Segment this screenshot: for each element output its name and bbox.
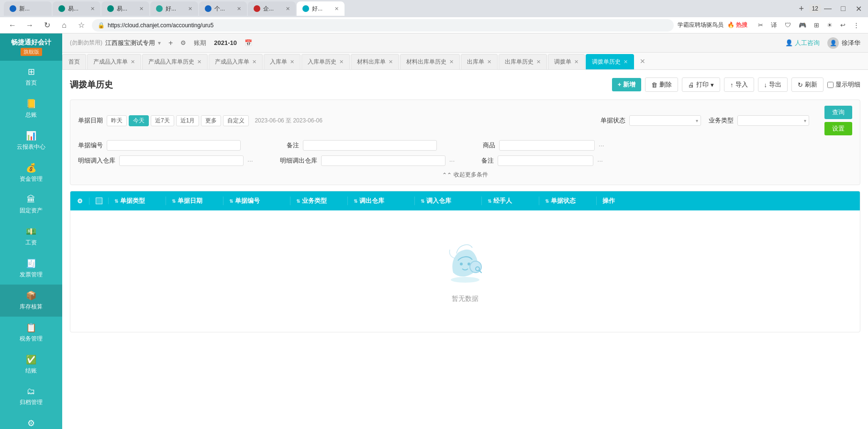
detail-in-input[interactable]	[119, 155, 244, 166]
undo-icon[interactable]: ↩	[837, 20, 848, 31]
sidebar-item-wage[interactable]: 💵 工资	[0, 220, 62, 253]
tab-count[interactable]: 12	[809, 4, 821, 13]
sidebar-item-fund[interactable]: 💰 资金管理	[0, 157, 62, 189]
doc-num-input[interactable]	[107, 140, 241, 151]
import-button[interactable]: ↑ 导入	[724, 77, 754, 92]
tab-close-icon[interactable]: ✕	[449, 59, 454, 65]
browser-tab-tab7[interactable]: 好... ✕	[297, 1, 345, 16]
new-tab-button[interactable]: +	[795, 2, 808, 15]
date-btn-昨天[interactable]: 昨天	[107, 115, 127, 126]
browser-tab-tab4[interactable]: 好... ✕	[150, 1, 198, 16]
th-out[interactable]: ⇅ 调出仓库	[348, 197, 415, 205]
th-status[interactable]: ⇅ 单据状态	[539, 197, 597, 205]
page-tab-入库单历史[interactable]: 入库单历史 ✕	[301, 54, 350, 69]
th-date[interactable]: ⇅ 单据日期	[166, 197, 223, 205]
th-settings[interactable]: ⚙	[70, 198, 89, 205]
calendar-icon[interactable]: 📅	[245, 39, 252, 46]
status-select[interactable]: 草稿 已提交 已审核	[629, 115, 701, 126]
sidebar-item-basic[interactable]: ⚙ 基础设置	[0, 412, 62, 429]
biz-type-select[interactable]: 类型1	[737, 115, 809, 126]
browser-tab-tab6[interactable]: 企... ✕	[248, 1, 296, 16]
page-tab-产成品入库单历史[interactable]: 产成品入库单历史 ✕	[142, 54, 208, 69]
sidebar-item-asset[interactable]: 🏛 固定资产	[0, 189, 62, 220]
date-btn-近1月[interactable]: 近1月	[176, 115, 200, 126]
tab-close-icon[interactable]: ✕	[290, 59, 294, 65]
game-icon[interactable]: 🎮	[796, 20, 809, 31]
sidebar-item-invoice[interactable]: 🧾 发票管理	[0, 253, 62, 285]
date-btn-自定义[interactable]: 自定义	[223, 115, 249, 126]
star-button[interactable]: ☆	[75, 19, 88, 32]
tab-bar-close-button[interactable]: ✕	[637, 55, 648, 67]
service-button[interactable]: 👤 人工咨询	[785, 39, 820, 47]
url-bar[interactable]: 🔒 https://cloud.chanjet.com/accounting/u…	[92, 19, 674, 32]
page-tab-出库单历史[interactable]: 出库单历史 ✕	[499, 54, 547, 69]
export-button[interactable]: ↓ 导出	[758, 77, 788, 92]
select-all-checkbox[interactable]	[96, 198, 102, 204]
menu-icon[interactable]: ⋮	[850, 20, 862, 31]
user-info[interactable]: 👤 徐泽华	[827, 37, 860, 49]
tab-close-icon[interactable]: ✕	[389, 59, 393, 65]
new-button[interactable]: + 新增	[612, 78, 641, 91]
sidebar-item-home[interactable]: ⊞ 首页	[0, 61, 62, 93]
goods-input[interactable]	[499, 140, 595, 151]
th-checkbox[interactable]	[89, 198, 109, 204]
sidebar-item-tax[interactable]: 📋 税务管理	[0, 317, 62, 349]
page-tab-产成品入库单[interactable]: 产成品入库单 ✕	[209, 54, 263, 69]
tab-close-icon[interactable]: ✕	[339, 59, 344, 65]
home-button[interactable]: ⌂	[57, 19, 71, 32]
scissors-icon[interactable]: ✂	[755, 20, 766, 31]
print-button[interactable]: 🖨 打印 ▾	[682, 77, 720, 92]
company-selector[interactable]: (勿删勿禁用) 江西服宝测试专用 ▾	[70, 39, 161, 47]
browser-tab-tab5[interactable]: 个... ✕	[199, 1, 247, 16]
tab-close-icon[interactable]: ✕	[252, 59, 256, 65]
translate-icon[interactable]: 译	[768, 19, 780, 32]
minimize-button[interactable]: —	[822, 3, 834, 14]
sidebar-item-report[interactable]: 📊 云报表中心	[0, 125, 62, 157]
sidebar-item-inventory[interactable]: 📦 库存核算	[0, 285, 62, 317]
sidebar-item-ledger[interactable]: 📒 总账	[0, 93, 62, 125]
display-toggle[interactable]: 显示明细	[827, 80, 860, 89]
th-biz[interactable]: ⇅ 业务类型	[290, 197, 348, 205]
back-button[interactable]: ←	[6, 19, 19, 32]
page-tab-材料出库单历史[interactable]: 材料出库单历史 ✕	[400, 54, 460, 69]
query-button[interactable]: 查询	[824, 106, 852, 119]
page-tab-调拨单[interactable]: 调拨单 ✕	[548, 54, 585, 69]
maximize-button[interactable]: □	[837, 3, 849, 14]
refresh-button[interactable]: ↻	[40, 19, 54, 32]
detail-in-more-icon[interactable]: ···	[247, 157, 253, 165]
browser-tab-tab3[interactable]: 易... ✕	[101, 1, 149, 16]
date-btn-今天[interactable]: 今天	[129, 115, 149, 126]
goods-more-icon[interactable]: ···	[599, 142, 604, 149]
page-tab-出库单[interactable]: 出库单 ✕	[461, 54, 498, 69]
date-btn-近7天[interactable]: 近7天	[151, 115, 174, 126]
th-handler[interactable]: ⇅ 经手人	[482, 197, 539, 205]
shield-icon[interactable]: 🛡	[782, 20, 794, 31]
sidebar-item-settle[interactable]: ✅ 结账	[0, 349, 62, 381]
delete-button[interactable]: 🗑 删除	[645, 77, 678, 92]
page-tab-产成品入库单[interactable]: 产成品入库单 ✕	[87, 54, 141, 69]
tab-close-icon[interactable]: ✕	[536, 59, 541, 65]
refresh-button[interactable]: ↻ 刷新	[791, 77, 823, 92]
close-window-button[interactable]: ✕	[853, 3, 864, 14]
collapse-button[interactable]: ⌃⌃ 收起更多条件	[442, 171, 488, 179]
forward-button[interactable]: →	[23, 19, 36, 32]
page-tab-首页[interactable]: 首页	[62, 54, 86, 69]
page-tab-调拨单历史[interactable]: 调拨单历史 ✕	[586, 54, 634, 69]
grid-icon[interactable]: ⊞	[811, 20, 822, 31]
display-checkbox[interactable]	[827, 82, 834, 88]
add-company-icon[interactable]: +	[168, 39, 173, 47]
page-tab-材料出库单[interactable]: 材料出库单 ✕	[351, 54, 399, 69]
browser-tab-tab1[interactable]: 新...	[4, 1, 52, 16]
th-in[interactable]: ⇅ 调入仓库	[415, 197, 482, 205]
note-input[interactable]	[303, 140, 437, 151]
tab-close-icon[interactable]: ✕	[623, 59, 628, 65]
tab-close-icon[interactable]: ✕	[487, 59, 491, 65]
brightness-icon[interactable]: ☀	[824, 20, 835, 31]
sidebar-item-archive[interactable]: 🗂 归档管理	[0, 381, 62, 412]
detail-out-input[interactable]	[321, 155, 445, 166]
th-type[interactable]: ⇅ 单据类型	[109, 197, 166, 205]
settings-icon[interactable]: ⚙	[180, 39, 186, 46]
th-num[interactable]: ⇅ 单据编号	[223, 197, 290, 205]
note2-more-icon[interactable]: ···	[597, 157, 603, 165]
tab-close-icon[interactable]: ✕	[574, 59, 579, 65]
